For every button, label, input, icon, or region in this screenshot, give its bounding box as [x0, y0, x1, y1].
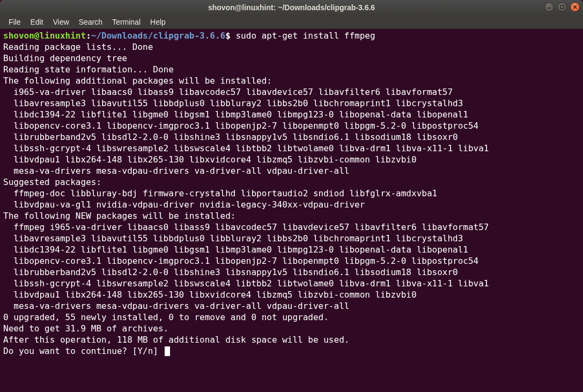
- pkg-line: libopencv-core3.1 libopencv-imgproc3.1 l…: [3, 255, 580, 267]
- pkg-line: libvdpau-va-gl1 nvidia-vdpau-driver nvid…: [3, 199, 580, 210]
- pkg-line: mesa-va-drivers mesa-vdpau-drivers va-dr…: [3, 300, 580, 312]
- command-text: sudo apt-get install ffmpeg: [235, 31, 375, 41]
- pkg-line: libssh-gcrypt-4 libswresample2 libswscal…: [3, 278, 580, 289]
- menu-search[interactable]: Search: [75, 16, 107, 28]
- maximize-button[interactable]: [557, 2, 567, 12]
- pkg-line: libavresample3 libavutil55 libbdplus0 li…: [3, 233, 580, 244]
- pkg-line: libvdpau1 libx264-148 libx265-130 libxvi…: [3, 289, 580, 300]
- terminal-body[interactable]: shovon@linuxhint:~/Downloads/clipgrab-3.…: [0, 29, 583, 392]
- pkg-line: libvdpau1 libx264-148 libx265-130 libxvi…: [3, 154, 580, 165]
- output-line: The following additional packages will b…: [3, 76, 272, 86]
- output-line: Reading package lists... Done: [3, 42, 153, 52]
- menu-view[interactable]: View: [49, 16, 73, 28]
- pkg-line: ffmpeg i965-va-driver libaacs0 libass9 l…: [3, 221, 580, 233]
- pkg-line: librubberband2v5 libsdl2-2.0-0 libshine3…: [3, 131, 580, 143]
- window-controls: [544, 2, 580, 12]
- pkg-line: libopencv-core3.1 libopencv-imgproc3.1 l…: [3, 120, 580, 131]
- output-line: Reading state information... Done: [3, 64, 174, 75]
- pkg-line: libdc1394-22 libflite1 libgme0 libgsm1 l…: [3, 244, 580, 255]
- cursor-block: [165, 346, 170, 356]
- menubar: File Edit View Search Terminal Help: [0, 15, 583, 29]
- pkg-line: i965-va-driver libaacs0 libass9 libavcod…: [3, 86, 580, 98]
- output-line: The following NEW packages will be insta…: [3, 211, 235, 221]
- close-icon: [572, 4, 578, 10]
- output-line: Building dependency tree: [3, 53, 127, 63]
- menu-terminal[interactable]: Terminal: [108, 16, 145, 28]
- close-button[interactable]: [570, 2, 580, 12]
- maximize-icon: [559, 4, 565, 10]
- pkg-line: librubberband2v5 libsdl2-2.0-0 libshine3…: [3, 267, 580, 278]
- output-line: Suggested packages:: [3, 177, 101, 187]
- output-line: Need to get 31.9 MB of archives.: [3, 323, 168, 334]
- pkg-line: libavresample3 libavutil55 libbdplus0 li…: [3, 98, 580, 109]
- menu-edit[interactable]: Edit: [26, 16, 48, 28]
- minimize-icon: [547, 4, 552, 10]
- menu-help[interactable]: Help: [146, 16, 170, 28]
- minimize-button[interactable]: [544, 2, 554, 12]
- pkg-line: mesa-va-drivers mesa-vdpau-drivers va-dr…: [3, 165, 580, 176]
- window-title: shovon@linuxhint: ~/Downloads/clipgrab-3…: [208, 3, 375, 12]
- output-line: After this operation, 118 MB of addition…: [3, 335, 349, 345]
- prompt-dollar: $: [225, 31, 235, 41]
- pkg-line: libdc1394-22 libflite1 libgme0 libgsm1 l…: [3, 109, 580, 120]
- confirm-prompt: Do you want to continue? [Y/n]: [3, 346, 164, 356]
- output-line: 0 upgraded, 55 newly installed, 0 to rem…: [3, 312, 329, 322]
- pkg-line: libssh-gcrypt-4 libswresample2 libswscal…: [3, 143, 580, 154]
- window-titlebar: shovon@linuxhint: ~/Downloads/clipgrab-3…: [0, 0, 583, 15]
- svg-rect-1: [560, 5, 564, 9]
- prompt-user-host: shovon@linuxhint: [3, 31, 86, 41]
- menu-file[interactable]: File: [4, 16, 25, 28]
- prompt-path: ~/Downloads/clipgrab-3.6.6: [91, 31, 225, 41]
- prompt-colon: :: [86, 31, 91, 41]
- pkg-line: ffmpeg-doc libbluray-bdj firmware-crysta…: [3, 188, 580, 199]
